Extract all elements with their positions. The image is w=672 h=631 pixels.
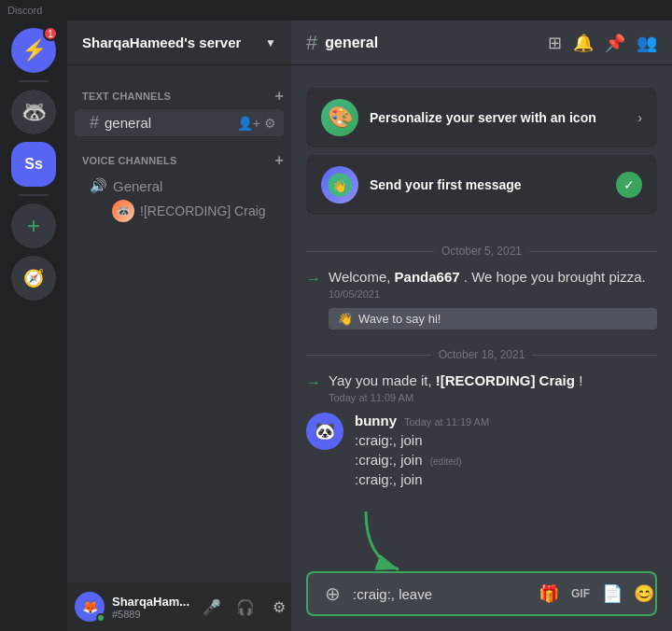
server-icon-ss[interactable]: Ss (11, 142, 56, 187)
message-input[interactable] (353, 576, 530, 612)
panda-username: Panda667 (395, 269, 460, 285)
panda-timestamp: 10/05/2021 (329, 288, 380, 300)
discord-home-button[interactable]: ⚡ 1 (11, 28, 56, 73)
wave-emoji: 👋 (338, 312, 353, 326)
personalize-card[interactable]: 🎨 Personalize your server with an icon › (306, 88, 657, 147)
channel-item-general[interactable]: # general 👤+ ⚙ (75, 109, 284, 136)
edited-label: (edited) (430, 456, 462, 467)
setup-cards: 🎨 Personalize your server with an icon ›… (291, 80, 672, 222)
chat-input-box: ⊕ 🎁 GIF 📄 😊 (306, 571, 657, 616)
user-name: SharqaHam... (112, 595, 189, 609)
check-icon: ✓ (616, 172, 642, 198)
server-divider-2 (19, 194, 49, 196)
add-text-channel-button[interactable]: + (274, 88, 284, 105)
bunny-timestamp: Today at 11:19 AM (404, 416, 489, 428)
yay-prefix: Yay you made it, (329, 372, 436, 388)
user-panel: 🦊 SharqaHam... #5889 🎤 🎧 ⚙ (67, 582, 291, 631)
channel-sidebar: SharqaHameed's server ▼ TEXT CHANNELS + … (67, 21, 291, 631)
gift-icon-button[interactable]: 🎁 (534, 579, 564, 609)
voice-member-craig[interactable]: 🦝 ![RECORDING] Craig (75, 198, 284, 224)
chat-input-area: ⊕ 🎁 GIF 📄 😊 (291, 571, 672, 631)
gif-icon-button[interactable]: GIF (566, 579, 595, 609)
pin-icon[interactable]: 📌 (605, 33, 625, 53)
system-arrow-icon-2: → (306, 374, 321, 391)
bunny-message-header: bunny Today at 11:19 AM (355, 413, 657, 428)
message-group-bunny: 🐼 bunny Today at 11:19 AM :craig:, join … (291, 409, 672, 493)
divider-line-left-2 (306, 355, 431, 356)
server-sidebar: ⚡ 1 🦝 Ss + 🧭 (0, 21, 67, 631)
add-server-button[interactable]: + (11, 203, 56, 248)
server-icon-sharqa[interactable]: 🦝 (11, 90, 56, 134)
personalize-title: Personalize your server with an icon (370, 110, 626, 125)
bunny-author: bunny (355, 413, 397, 428)
input-wrapper: ⊕ 🎁 GIF 📄 😊 (291, 571, 672, 631)
divider-line-right (529, 251, 657, 252)
chat-hash-icon: # (306, 31, 317, 55)
divider-line-right-2 (532, 355, 657, 356)
voice-channel-icon: 🔊 (90, 177, 107, 194)
wave-button-text: Wave to say hi! (358, 312, 441, 326)
svg-text:👋: 👋 (332, 179, 347, 194)
user-controls: 🎤 🎧 ⚙ (197, 592, 294, 622)
server-avatar-sharqa: 🦝 (11, 90, 56, 134)
craig-timestamp: Today at 11:09 AM (329, 392, 582, 403)
first-message-icon: 👋 (321, 166, 358, 203)
invite-icon[interactable]: 👤+ (237, 116, 260, 131)
first-message-card[interactable]: 👋 Send your first message ✓ (306, 155, 657, 215)
chat-header: # general ⊞ 🔔 📌 👥 (291, 21, 672, 65)
add-attachment-button[interactable]: ⊕ (315, 573, 349, 614)
wave-button[interactable]: 👋 Wave to say hi! (329, 308, 657, 330)
file-icon-button[interactable]: 📄 (597, 579, 627, 609)
system-message-welcome-craig: → Yay you made it, ![RECORDING] Craig ! … (291, 371, 672, 405)
user-avatar-wrapper: 🦊 (75, 592, 105, 622)
text-channels-category: TEXT CHANNELS + (67, 73, 291, 108)
title-bar-label: Discord (7, 5, 42, 16)
chat-area: # general ⊞ 🔔 📌 👥 🎨 Personalize your ser… (291, 21, 672, 631)
server-name: SharqaHameed's server (82, 35, 241, 50)
voice-channel-general: 🔊 General 🦝 ![RECORDING] Craig (75, 174, 284, 224)
craig-name: ![RECORDING] Craig (140, 203, 266, 218)
bunny-message-content: bunny Today at 11:19 AM :craig:, join :c… (355, 413, 657, 489)
voice-channel-row[interactable]: 🔊 General (75, 174, 284, 198)
add-voice-channel-button[interactable]: + (274, 152, 284, 169)
input-icon-group: 🎁 GIF 📄 😊 (534, 579, 659, 609)
channel-name-general: general (105, 115, 231, 131)
voice-channels-label: VOICE CHANNELS (82, 155, 176, 166)
date-label-1: October 5, 2021 (441, 245, 522, 258)
bunny-avatar: 🐼 (306, 413, 343, 450)
notification-bell-icon[interactable]: 🔔 (573, 33, 594, 53)
date-label-2: October 18, 2021 (439, 348, 525, 361)
server-header[interactable]: SharqaHameed's server ▼ (67, 21, 291, 65)
wave-icon-svg: 👋 (327, 172, 353, 198)
bunny-line-1: :craig:, join (355, 430, 657, 450)
members-icon[interactable]: 👥 (637, 33, 657, 53)
channel-action-icons: 👤+ ⚙ (237, 116, 276, 131)
craig-username: ![RECORDING] Craig (436, 372, 575, 388)
hashtag-grid-icon[interactable]: ⊞ (548, 33, 562, 53)
chevron-down-icon: ▼ (265, 36, 276, 49)
system-arrow-icon: → (306, 271, 321, 287)
welcome-craig-text: Yay you made it, ![RECORDING] Craig ! (329, 372, 582, 388)
system-craig-content: Yay you made it, ![RECORDING] Craig ! To… (329, 372, 582, 403)
voice-channel-name: General (113, 178, 162, 194)
personalize-icon: 🎨 (321, 99, 358, 136)
channel-list: TEXT CHANNELS + # general 👤+ ⚙ VOICE CHA… (67, 65, 291, 582)
system-message-welcome-panda: → Welcome, Panda667 . We hope you brough… (291, 267, 672, 331)
date-divider-2: October 18, 2021 (291, 333, 672, 369)
messages-area: 🎨 Personalize your server with an icon ›… (291, 65, 672, 571)
server-divider (19, 80, 49, 82)
user-info: SharqaHam... #5889 (112, 595, 189, 620)
craig-avatar: 🦝 (112, 200, 134, 222)
first-message-title: Send your first message (370, 177, 605, 192)
emoji-icon-button[interactable]: 😊 (629, 579, 659, 609)
mute-button[interactable]: 🎤 (197, 592, 227, 622)
user-status-dot (96, 613, 105, 623)
welcome-text-suffix: . We hope you brought pizza. (464, 269, 646, 285)
settings-icon[interactable]: ⚙ (264, 116, 276, 131)
settings-button[interactable]: ⚙ (264, 592, 294, 622)
welcome-text-prefix: Welcome, (329, 269, 395, 285)
discover-button[interactable]: 🧭 (11, 256, 56, 301)
chevron-right-icon: › (637, 110, 642, 125)
date-divider-1: October 5, 2021 (291, 230, 672, 265)
deafen-button[interactable]: 🎧 (231, 592, 260, 622)
